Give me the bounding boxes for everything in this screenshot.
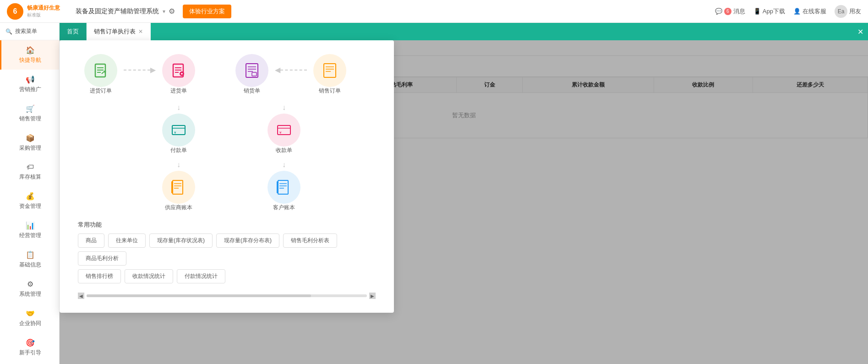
svg-rect-15 — [252, 72, 257, 76]
sidebar-item-operations[interactable]: 📊 经营管理 — [0, 216, 59, 245]
close-all-button[interactable]: ✕ — [857, 27, 863, 36]
system-name-area: 装备及固定资产辅助管理系统 ▾ — [76, 7, 165, 16]
user-name: 用友 — [849, 7, 861, 16]
sidebar-label-sales: 销售管理 — [19, 115, 41, 123]
sidebar-item-inventory[interactable]: 🏷 库存核算 — [0, 158, 59, 186]
tab-home[interactable]: 首页 — [60, 23, 87, 40]
system-icon: ⚙ — [27, 280, 33, 288]
basic-info-icon: 📋 — [26, 250, 35, 259]
purchase-order-label: 进货订单 — [90, 87, 112, 95]
func-btn-receipt-stats[interactable]: 收款情况统计 — [125, 269, 173, 283]
search-menu-item[interactable]: 🔍 搜索菜单 — [0, 23, 59, 40]
common-title: 常用功能 — [78, 221, 376, 229]
func-btn-stock-dist[interactable]: 现存量(库存分布表) — [216, 234, 279, 248]
sidebar-label-quick-nav: 快捷导航 — [19, 56, 41, 64]
down-arrow-customer: ↓ — [282, 161, 286, 169]
service-label: 在线客服 — [802, 7, 826, 16]
search-menu-label: 搜索菜单 — [15, 27, 37, 35]
logo-text-area: 畅康通好生意 标准版 — [27, 4, 60, 18]
scroll-right-button[interactable]: ▶ — [369, 293, 376, 299]
sales-order-label: 销售订单 — [319, 87, 341, 95]
function-buttons-row2: 销售排行榜 收款情况统计 付款情况统计 — [78, 269, 376, 283]
app-icon: 📱 — [753, 8, 761, 15]
sidebar-item-basic-info[interactable]: 📋 基础信息 — [0, 245, 59, 274]
sidebar-item-enterprise[interactable]: 🤝 企业协同 — [0, 304, 59, 333]
sidebar-item-system[interactable]: ⚙ 系统管理 — [0, 274, 59, 304]
tab-close-icon[interactable]: ✕ — [138, 28, 143, 35]
flow-node-purchase-bill[interactable]: 进货单 — [156, 54, 202, 95]
purchase-icon: 📦 — [26, 134, 35, 142]
purchase-order-icon — [84, 54, 117, 87]
tab-bar-end: ✕ — [857, 27, 868, 36]
sidebar-item-finance[interactable]: 💰 资金管理 — [0, 186, 59, 216]
purchase-bill-icon — [162, 54, 195, 87]
sales-order-icon — [313, 54, 346, 87]
sidebar-label-marketing: 营销推广 — [19, 86, 41, 93]
header-right: 💬 6 消息 📱 App下载 👤 在线客服 Ea 用友 — [715, 5, 861, 18]
tab-sales-order[interactable]: 销售订单执行表 ✕ — [87, 23, 151, 40]
func-btn-product-profit[interactable]: 商品毛利分析 — [78, 251, 126, 266]
inventory-icon: 🏷 — [27, 163, 34, 171]
sidebar-item-newbie[interactable]: 🎯 新手引导 — [0, 333, 59, 362]
down-arrow-supplier: ↓ — [177, 161, 180, 169]
message-icon: 💬 — [715, 8, 722, 15]
receipt-icon: ¥ — [267, 114, 300, 147]
svg-rect-32 — [277, 181, 278, 193]
sales-bill-label: 销货单 — [244, 87, 260, 95]
message-button[interactable]: 💬 6 消息 — [715, 7, 745, 16]
quick-nav-icon: 🏠 — [26, 46, 35, 54]
receipt-label: 收款单 — [276, 147, 292, 154]
sidebar-item-purchase[interactable]: 📦 采购管理 — [0, 128, 59, 158]
sidebar-label-enterprise: 企业协同 — [19, 320, 41, 327]
func-btn-payment-stats[interactable]: 付款情况统计 — [177, 269, 225, 283]
sales-icon: 🛒 — [26, 104, 35, 113]
function-buttons-row1: 商品 往来单位 现存量(库存状况表) 现存量(库存分布表) 销售毛利分析表 商品… — [78, 234, 376, 266]
supplier-ledger-label: 供应商账本 — [165, 204, 192, 212]
sidebar: 🔍 搜索菜单 🏠 快捷导航 📢 营销推广 🛒 销售管理 📦 采购管理 🏷 库存核… — [0, 23, 60, 364]
page-content: ❓ 帮助 🖨 按模板打印 ▾ 📤 导出 ▾ 🔄 刷新 — [60, 40, 868, 364]
sidebar-label-system: 系统管理 — [19, 290, 41, 298]
quick-guide-popup: 进货订单 ▶ 进货单 — [60, 40, 394, 313]
gear-button[interactable]: ⚙ — [165, 5, 178, 18]
message-label: 消息 — [733, 7, 745, 16]
purchase-bill-label: 进货单 — [170, 87, 187, 95]
content-area: 首页 销售订单执行表 ✕ ✕ ❓ 帮助 🖨 按模板打印 ▾ — [60, 23, 868, 364]
logo-icon: 6 — [7, 3, 23, 20]
main-layout: 🔍 搜索菜单 🏠 快捷导航 📢 营销推广 🛒 销售管理 📦 采购管理 🏷 库存核… — [0, 23, 868, 364]
experience-button[interactable]: 体验行业方案 — [183, 5, 231, 18]
func-btn-product[interactable]: 商品 — [78, 234, 104, 248]
flow-node-sales-bill[interactable]: 销货单 — [229, 54, 275, 95]
sidebar-item-quick-nav[interactable]: 🏠 快捷导航 — [0, 40, 59, 70]
scroll-left-button[interactable]: ◀ — [78, 293, 84, 299]
popup-scrollbar[interactable]: ◀ ▶ — [78, 293, 376, 299]
down-arrow-receipt: ↓ — [282, 103, 286, 112]
func-btn-sales-profit[interactable]: 销售毛利分析表 — [283, 234, 337, 248]
sidebar-item-marketing[interactable]: 📢 营销推广 — [0, 70, 59, 99]
payment-label: 付款单 — [170, 147, 187, 154]
sidebar-label-operations: 经营管理 — [19, 232, 41, 239]
customer-ledger-icon — [267, 171, 300, 204]
func-btn-partner[interactable]: 往来单位 — [108, 234, 146, 248]
operations-icon: 📊 — [26, 221, 35, 230]
avatar: Ea — [835, 5, 847, 18]
service-icon: 👤 — [793, 8, 801, 15]
flow-node-sales-order[interactable]: 销售订单 — [307, 54, 353, 95]
svg-rect-31 — [278, 180, 288, 194]
marketing-icon: 📢 — [26, 75, 35, 84]
finance-icon: 💰 — [26, 192, 35, 201]
svg-rect-26 — [173, 180, 183, 194]
tab-bar: 首页 销售订单执行表 ✕ ✕ — [60, 23, 868, 40]
enterprise-icon: 🤝 — [26, 309, 35, 318]
scrollbar-track — [87, 294, 367, 297]
sidebar-item-sales[interactable]: 🛒 销售管理 — [0, 99, 59, 128]
svg-text:¥: ¥ — [174, 130, 176, 135]
flow-node-purchase-order[interactable]: 进货订单 — [78, 54, 124, 95]
online-service-button[interactable]: 👤 在线客服 — [793, 7, 826, 16]
payment-icon: ¥ — [162, 114, 195, 147]
sidebar-label-newbie: 新手引导 — [19, 349, 41, 357]
func-btn-sales-rank[interactable]: 销售排行榜 — [78, 269, 121, 283]
app-download-button[interactable]: 📱 App下载 — [753, 7, 785, 16]
user-area[interactable]: Ea 用友 — [835, 5, 861, 18]
tab-sales-order-label: 销售订单执行表 — [94, 27, 136, 36]
func-btn-stock-status[interactable]: 现存量(库存状况表) — [149, 234, 213, 248]
